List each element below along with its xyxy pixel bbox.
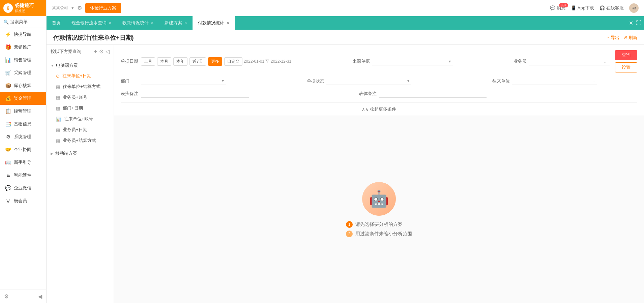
mobile-scheme-group[interactable]: ▶ 移动端方案 (47, 148, 114, 159)
collapse-label: 收起更多条件 (370, 106, 396, 112)
header-online-service[interactable]: 🎧 在线客服 (599, 5, 624, 11)
cooperation-label: 企业协同 (14, 147, 31, 153)
tab-close-payment-stat[interactable]: ✕ (226, 21, 229, 25)
query-btn[interactable]: 查询 (615, 50, 637, 60)
scheme-panel-title: 按以下方案查询 (51, 49, 81, 55)
tab-payment-stat[interactable]: 付款情况统计✕ (193, 16, 235, 30)
header-message[interactable]: 💬 消息 99+ (550, 5, 565, 11)
page-header: 付款情况统计(往来单位+日期) ↑ 导出 ↺ 刷新 (47, 30, 644, 45)
desktop-group-title[interactable]: ▼ 电脑端方案 (47, 60, 114, 70)
sidebar-nav: ⚡快捷导航🎁营销推广📊销售管理🛒采购管理📦库存核算💰资金管理📋经营管理📑基础信息… (0, 28, 46, 290)
date-btn-last-7days[interactable]: 近7天 (189, 57, 206, 66)
sidebar-item-operation[interactable]: 📋经营管理 (0, 105, 46, 118)
sidebar-item-guide[interactable]: 📖新手引导 (0, 156, 46, 169)
date-btn-custom[interactable]: 自定义 (224, 57, 242, 66)
scheme-item-staff-account[interactable]: ▦业务员+账号 (47, 92, 114, 103)
scheme-item-staff-date[interactable]: ▦业务员+日期 (47, 124, 114, 135)
inventory-label: 库存核算 (14, 83, 31, 89)
sidebar-item-hardware[interactable]: 🖥智能硬件 (0, 169, 46, 182)
sidebar-item-system[interactable]: ⚙系统管理 (0, 130, 46, 143)
dept-dropdown[interactable]: ▾ (141, 77, 226, 85)
refresh-btn[interactable]: ↺ 刷新 (623, 35, 637, 41)
tab-label-bank-flow: 现金银行流水查询 (71, 20, 107, 26)
scheme-icon-unit-account: 📊 (56, 117, 61, 122)
search-icon: 🔍 (3, 20, 9, 25)
company-dropdown-icon[interactable]: ▾ (71, 5, 74, 10)
staff-arrow-icon: ... (604, 59, 608, 64)
sidebar-item-basic-info[interactable]: 📑基础信息 (0, 118, 46, 130)
date-btn-this-year[interactable]: 本年 (173, 57, 187, 66)
header-left: 某某公司 ▾ ⚙ 体验行业方案 (52, 3, 121, 13)
date-btn-last-month[interactable]: 上月 (141, 57, 155, 66)
counterpart-arrow-icon: ... (591, 79, 595, 83)
collapse-arrow-icon: ∧∧ (362, 107, 369, 112)
scheme-label-unit-date: 往来单位+日期 (62, 73, 91, 79)
sidebar-item-quick-nav[interactable]: ⚡快捷导航 (0, 28, 46, 41)
date-options: 上月本月本年近7天更多自定义 (141, 57, 242, 66)
tab-new-scheme[interactable]: 新建方案✕ (159, 16, 193, 30)
logo-icon: 6 (3, 3, 13, 13)
page-title: 付款情况统计(往来单位+日期) (53, 34, 134, 42)
sidebar-settings-icon[interactable]: ⚙ (4, 293, 9, 300)
scheme-icon-staff-settle: ▦ (56, 138, 60, 143)
sidebar-item-cooperation[interactable]: 🤝企业协同 (0, 143, 46, 156)
settings-scheme-icon[interactable]: ⊙ (99, 48, 104, 55)
counterpart-dropdown[interactable]: ... (512, 77, 597, 85)
sidebar-item-sales[interactable]: 📊销售管理 (0, 54, 46, 66)
tab-bank-flow[interactable]: 现金银行流水查询✕ (66, 16, 117, 30)
header-gear-icon[interactable]: ⚙ (77, 5, 82, 11)
tabs-actions: ✕ ⛶ (629, 20, 644, 26)
scheme-item-unit-settle[interactable]: ▦往来单位+结算方式 (47, 81, 114, 92)
sidebar-logo: 6 畅捷通巧 标准版 (0, 0, 46, 16)
marketing-label: 营销推广 (14, 44, 31, 50)
refresh-label: 刷新 (628, 35, 637, 41)
scheme-item-unit-account[interactable]: 📊往来单位+账号 (47, 114, 114, 124)
header-app-download[interactable]: 📱 App下载 (571, 5, 594, 11)
sidebar-item-finance[interactable]: 💰资金管理 (0, 92, 46, 105)
sidebar-item-purchase[interactable]: 🛒采购管理 (0, 66, 46, 79)
header-note-input[interactable] (141, 90, 249, 98)
tip-text-1: 请先选择要分析的方案 (355, 221, 403, 228)
scheme-item-staff-settle[interactable]: ▦业务员+结算方式 (47, 135, 114, 146)
tab-receipt-stat[interactable]: 收款情况统计✕ (117, 16, 159, 30)
tab-bar: 首页现金银行流水查询✕收款情况统计✕新建方案✕付款情况统计✕ ✕ ⛶ (47, 16, 644, 30)
body-note-input[interactable] (379, 90, 487, 98)
scheme-panel-actions: + ⊙ ◁ (94, 48, 110, 55)
results-tip-1: 1 请先选择要分析的方案 (346, 221, 412, 228)
search-menu[interactable]: 🔍 搜索菜单 (0, 16, 46, 28)
tab-close-new-scheme[interactable]: ✕ (184, 21, 187, 25)
tab-close-bank-flow[interactable]: ✕ (109, 21, 112, 25)
tab-home[interactable]: 首页 (47, 16, 66, 30)
date-btn-more[interactable]: 更多 (208, 57, 222, 66)
sidebar-item-member[interactable]: V畅会员 (0, 194, 46, 207)
user-avatar[interactable]: Rit (629, 3, 639, 13)
doc-status-dropdown[interactable]: ▾ (326, 77, 411, 85)
sidebar-item-marketing[interactable]: 🎁营销推广 (0, 41, 46, 54)
collapse-scheme-icon[interactable]: ◁ (106, 48, 110, 55)
add-scheme-icon[interactable]: + (94, 49, 97, 55)
desktop-group-arrow: ▼ (51, 64, 54, 67)
counterpart-label: 往来单位 (492, 78, 510, 84)
staff-dropdown[interactable]: ... (529, 58, 610, 65)
expand-icon[interactable]: ⛶ (636, 20, 641, 26)
tab-close-receipt-stat[interactable]: ✕ (151, 21, 154, 25)
filter-row-3: 表头备注 表体备注 (121, 90, 637, 98)
scheme-item-dept-date[interactable]: ▦部门+日期 (47, 103, 114, 114)
body-note-label: 表体备注 (359, 91, 377, 97)
filter-collapse-bar[interactable]: ∧∧ 收起更多条件 (121, 102, 637, 116)
sidebar-collapse-icon[interactable]: ◀ (38, 293, 42, 300)
close-all-icon[interactable]: ✕ (629, 20, 633, 26)
logo-sub: 标准版 (15, 9, 34, 13)
source-dropdown[interactable]: ▾ (372, 58, 453, 65)
date-btn-this-month[interactable]: 本月 (157, 57, 171, 66)
trial-btn[interactable]: 体验行业方案 (85, 3, 121, 13)
sidebar-item-inventory[interactable]: 📦库存核算 (0, 79, 46, 92)
scheme-item-unit-date[interactable]: ⊙往来单位+日期 (47, 70, 114, 81)
settings-btn[interactable]: 设置 (615, 62, 637, 72)
purchase-label: 采购管理 (14, 70, 31, 76)
results-tips: 1 请先选择要分析的方案 2 用过滤条件来缩小分析范围 (346, 221, 412, 237)
scheme-label-dept-date: 部门+日期 (63, 105, 83, 111)
sidebar-item-wechat[interactable]: 💬企业微信 (0, 182, 46, 194)
right-panel: 单据日期 上月本月本年近7天更多自定义 2022-01-01 至 2022-12… (114, 45, 644, 303)
export-btn[interactable]: ↑ 导出 (607, 35, 620, 41)
